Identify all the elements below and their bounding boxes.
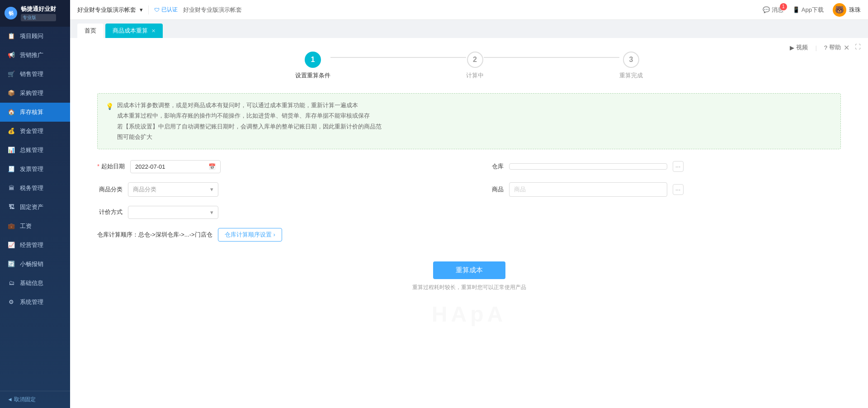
sidebar: 畅 畅捷通好业财 专业版 📋 项目顾问 📢 营销推广 🛒 销售管理 📦 采购管理… bbox=[0, 0, 70, 408]
step-1: 1 设置重算条件 bbox=[295, 52, 330, 80]
warehouse-order-setting-button[interactable]: 仓库计算顺序设置 › bbox=[218, 228, 282, 242]
salary-icon: 💼 bbox=[7, 222, 15, 230]
step-2-label: 计算中 bbox=[466, 71, 484, 80]
step-2: 2 计算中 bbox=[466, 52, 484, 80]
info-line-3: 若【系统设置】中启用了自动调整记账日期时，会调整入库单的整单记账日期，因此重新计… bbox=[117, 121, 382, 132]
tab-recalc-label: 商品成本重算 bbox=[113, 27, 148, 35]
messages-button[interactable]: 💬 消息 1 bbox=[763, 6, 783, 14]
warehouse-input[interactable] bbox=[509, 163, 667, 170]
system-icon: ⚙ bbox=[7, 298, 15, 306]
tab-recalc[interactable]: 商品成本重算 ✕ bbox=[105, 24, 163, 38]
form-group-product: 商品 商品 ··· bbox=[478, 182, 841, 197]
sidebar-item-ledger[interactable]: 📊 总账管理 bbox=[0, 141, 70, 160]
chevron-down-icon: ▾ bbox=[210, 186, 213, 193]
sidebar-item-tax[interactable]: 🏛 税务管理 bbox=[0, 179, 70, 198]
product-dots-button[interactable]: ··· bbox=[673, 184, 684, 195]
warehouse-order-btn-label: 仓库计算顺序设置 bbox=[225, 231, 272, 239]
info-line-1: 因成本计算参数调整，或是对商品成本有疑问时，可以通过成本重算功能，重新计算一遍成… bbox=[117, 100, 382, 110]
sidebar-label-ledger: 总账管理 bbox=[20, 146, 43, 154]
sidebar-label-finance: 资金管理 bbox=[20, 127, 43, 135]
unpin-button[interactable]: ◄ 取消固定 bbox=[0, 391, 70, 408]
sidebar-label-assets: 固定资产 bbox=[20, 203, 43, 211]
sidebar-label-operations: 经营管理 bbox=[20, 241, 43, 249]
basic-icon: 🗂 bbox=[7, 279, 15, 287]
project-icon: 📋 bbox=[7, 32, 15, 40]
sidebar-label-system: 系统管理 bbox=[20, 298, 43, 306]
app-download-label: App下载 bbox=[802, 6, 824, 14]
account-selector[interactable]: 好业财专业版演示帐套 bbox=[77, 6, 143, 14]
divider-1 bbox=[148, 5, 149, 14]
sidebar-item-sales[interactable]: 🛒 销售管理 bbox=[0, 65, 70, 84]
form-row-3: 计价方式 ▾ bbox=[97, 206, 841, 219]
step-1-circle: 1 bbox=[305, 52, 321, 68]
warehouse-label: 仓库 bbox=[478, 162, 504, 171]
step-2-num: 2 bbox=[473, 56, 477, 64]
topbar: 好业财专业版演示帐套 🛡 已认证 好业财专业版演示帐套 💬 消息 1 📱 App… bbox=[70, 0, 868, 20]
sidebar-item-operations[interactable]: 📈 经营管理 bbox=[0, 236, 70, 255]
sidebar-item-assets[interactable]: 🏗 固定资产 bbox=[0, 198, 70, 217]
sidebar-label-inventory: 库存核算 bbox=[20, 108, 43, 116]
pricing-chevron-icon: ▾ bbox=[210, 209, 213, 216]
sidebar-label-basic: 基础信息 bbox=[20, 279, 43, 287]
operations-icon: 📈 bbox=[7, 241, 15, 249]
info-line-2: 成本重算过程中，影响库存账的操作均不能操作，比如进货单、销货单、库存单据不能审核… bbox=[117, 110, 382, 121]
expand-window-button[interactable]: ⛶ bbox=[855, 43, 861, 52]
sidebar-item-project[interactable]: 📋 项目顾问 bbox=[0, 27, 70, 46]
content-area: ✕ ⛶ ▶ 视频 | ? 帮助 1 设置重算条件 bbox=[70, 38, 868, 408]
sidebar-item-marketing[interactable]: 📢 营销推广 bbox=[0, 46, 70, 65]
step-line-1 bbox=[330, 57, 466, 58]
product-placeholder: 商品 bbox=[514, 185, 526, 194]
recalc-btn-label: 重算成本 bbox=[456, 266, 483, 274]
inventory-icon: 🏠 bbox=[7, 108, 15, 116]
info-box: 💡 因成本计算参数调整，或是对商品成本有疑问时，可以通过成本重算功能，重新计算一… bbox=[97, 93, 841, 149]
app-download-button[interactable]: 📱 App下载 bbox=[793, 6, 824, 14]
unpin-label: ◄ 取消固定 bbox=[7, 396, 36, 403]
avatar: 🐻 bbox=[833, 3, 846, 17]
form-group-category: 商品分类 商品分类 ▾ bbox=[97, 182, 460, 197]
product-label: 商品 bbox=[478, 185, 504, 194]
arrow-icon: › bbox=[274, 231, 275, 238]
sidebar-item-basic[interactable]: 🗂 基础信息 bbox=[0, 274, 70, 293]
form-row-1: *起始日期 2022-07-01 📅 仓库 ··· bbox=[97, 160, 841, 173]
sidebar-item-inventory[interactable]: 🏠 库存核算 bbox=[0, 103, 70, 122]
watermark: HApA bbox=[432, 302, 506, 327]
sidebar-item-system[interactable]: ⚙ 系统管理 bbox=[0, 293, 70, 312]
user-profile[interactable]: 🐻 珠珠 bbox=[833, 3, 861, 17]
sidebar-item-salary[interactable]: 💼 工资 bbox=[0, 217, 70, 236]
ledger-icon: 📊 bbox=[7, 146, 15, 154]
shield-icon: 🛡 bbox=[154, 7, 160, 13]
sidebar-label-salary: 工资 bbox=[20, 222, 32, 230]
logo-text-block: 畅捷通好业财 专业版 bbox=[21, 5, 56, 21]
start-date-input[interactable]: 2022-07-01 📅 bbox=[130, 160, 221, 173]
form-group-warehouse: 仓库 ··· bbox=[478, 161, 841, 172]
sales-icon: 🛒 bbox=[7, 70, 15, 78]
required-star: * bbox=[97, 163, 99, 170]
sidebar-nav: 📋 项目顾问 📢 营销推广 🛒 销售管理 📦 采购管理 🏠 库存核算 💰 资金管… bbox=[0, 27, 70, 391]
info-line-4: 围可能会扩大 bbox=[117, 132, 382, 142]
app-logo: 畅 畅捷通好业财 专业版 bbox=[0, 0, 70, 27]
calendar-icon: 📅 bbox=[208, 163, 216, 170]
sidebar-item-expense[interactable]: 🔄 小畅报销 bbox=[0, 255, 70, 274]
product-input[interactable]: 商品 bbox=[509, 182, 667, 197]
recalc-button[interactable]: 重算成本 bbox=[433, 261, 505, 279]
sidebar-item-invoice[interactable]: 🧾 发票管理 bbox=[0, 160, 70, 179]
recalc-hint: 重算过程耗时较长，重算时您可以正常使用产品 bbox=[412, 284, 526, 291]
assets-icon: 🏗 bbox=[7, 203, 15, 211]
sidebar-label-tax: 税务管理 bbox=[20, 184, 43, 192]
tab-close-icon[interactable]: ✕ bbox=[151, 28, 156, 34]
category-select[interactable]: 商品分类 ▾ bbox=[128, 182, 218, 197]
sidebar-item-finance[interactable]: 💰 资金管理 bbox=[0, 122, 70, 141]
step-3-label: 重算完成 bbox=[619, 71, 643, 80]
steps: 1 设置重算条件 2 计算中 3 重算完成 bbox=[70, 38, 868, 89]
start-date-value: 2022-07-01 bbox=[135, 163, 165, 170]
tax-icon: 🏛 bbox=[7, 184, 15, 192]
invoice-icon: 🧾 bbox=[7, 165, 15, 173]
close-window-button[interactable]: ✕ bbox=[844, 43, 849, 52]
tab-home[interactable]: 首页 bbox=[77, 24, 104, 38]
pricing-select[interactable]: ▾ bbox=[128, 206, 218, 219]
category-placeholder: 商品分类 bbox=[133, 185, 156, 194]
warehouse-dots-button[interactable]: ··· bbox=[673, 161, 684, 172]
sidebar-item-purchase[interactable]: 📦 采购管理 bbox=[0, 84, 70, 103]
verified-label: 已认证 bbox=[161, 6, 178, 14]
step-line-2 bbox=[484, 57, 619, 58]
